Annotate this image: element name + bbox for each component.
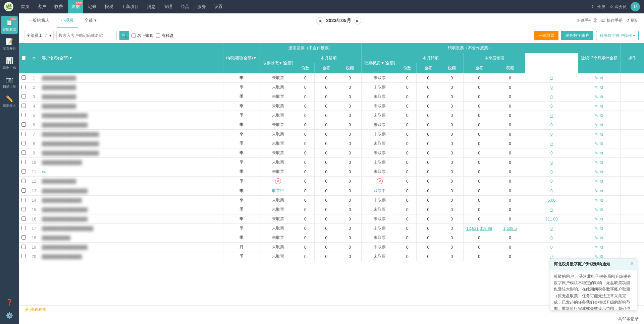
tab-general-taxpayer[interactable]: 一般纳税人 [24,13,54,28]
edit-icon[interactable]: ✎ [595,123,598,127]
next-month-btn[interactable]: ▶ [354,17,361,24]
sidebar-item-open-invoice[interactable]: 📝 发票开具 [1,35,18,53]
edit-icon[interactable]: ✎ [595,132,598,137]
nav-item-business[interactable]: 工商项目 [118,0,142,13]
nav-item-service[interactable]: 服务 [194,0,209,13]
copy-icon[interactable]: ⧉ [600,104,603,109]
cumulative-zero[interactable]: 0 [550,132,553,137]
edit-icon[interactable]: ✎ [595,160,598,165]
copy-icon[interactable]: ⧉ [600,132,603,137]
row-checkbox[interactable] [21,132,26,136]
nav-item-manage[interactable]: 管理 [160,0,176,13]
cumulative-zero[interactable]: 0 [550,170,553,174]
copy-icon[interactable]: ⧉ [600,179,603,184]
cumulative-zero[interactable]: 0 [550,123,553,127]
nav-item-message[interactable]: 消息 [144,0,159,13]
cumulative-zero[interactable]: 0 [550,151,553,155]
select-all-checkbox[interactable] [21,56,26,60]
q-amount-link[interactable]: 12,621,319.99 [466,226,492,231]
cumulative-zero[interactable]: 0 [550,226,553,231]
copy-icon[interactable]: ⧉ [600,123,603,127]
edit-icon[interactable]: ✎ [595,94,598,99]
edit-icon[interactable]: ✎ [595,141,598,146]
edit-icon[interactable]: ✎ [595,104,598,109]
nav-item-ticket[interactable]: 票据 new [68,0,83,13]
sidebar-item-summary[interactable]: 📊 票据汇总 [1,54,18,72]
manual-btn[interactable]: 📖 操作手册 [600,18,623,23]
row-checkbox[interactable] [21,113,26,117]
filter-taxpad-label[interactable]: 有税盘 [156,33,174,39]
copy-icon[interactable]: ⧉ [600,217,603,221]
nav-item-accounting[interactable]: 记账 [85,0,100,13]
filter-accounts-label[interactable]: 名下账套 [131,33,153,39]
refresh-btn[interactable]: ↺ 刷新 [626,18,639,23]
copy-icon[interactable]: ⧉ [600,76,603,80]
cumulative-zero[interactable]: 0 [550,236,553,240]
row-checkbox[interactable] [21,169,26,174]
row-checkbox[interactable] [21,216,26,221]
row-checkbox[interactable] [21,122,26,127]
th-out-status[interactable]: 取票状态▼(全部) [362,53,398,73]
quick-ticket-btn[interactable]: 一键取票 [534,31,558,40]
nav-item-home[interactable]: 首页 [17,0,33,13]
cumulative-zero[interactable]: 0 [550,113,553,118]
nav-item-customer[interactable]: 客户 [34,0,50,13]
employee-select[interactable]: 全部员工 ✓ ▾ [24,31,54,40]
copy-icon[interactable]: ⧉ [600,85,603,90]
row-checkbox[interactable] [21,94,26,99]
edit-icon[interactable]: ✎ [595,76,598,80]
row-checkbox[interactable] [21,188,26,193]
sidebar-item-entry[interactable]: ✏️ 票据录入 [1,92,18,110]
vip-btn[interactable]: ☆ 购会员 [609,4,627,10]
row-checkbox[interactable] [21,85,26,89]
th-tax-period[interactable]: 纳税期限(全部)▼ [223,43,260,73]
row-checkbox[interactable] [21,75,26,80]
copy-icon[interactable]: ⧉ [600,207,603,212]
edit-icon[interactable]: ✎ [595,226,598,231]
row-checkbox[interactable] [21,207,26,211]
nav-item-operation[interactable]: 经营 [177,0,193,13]
row-checkbox[interactable] [21,160,26,164]
cumulative-zero[interactable]: 0 [550,104,553,109]
edit-icon[interactable]: ✎ [595,189,598,193]
row-checkbox[interactable] [21,150,26,155]
digital-account-btn[interactable]: 税务数字账户 [561,31,593,40]
copy-icon[interactable]: ⧉ [600,113,603,118]
edit-icon[interactable]: ✎ [595,198,598,203]
cumulative-zero[interactable]: 0 [550,189,553,193]
q-tax-link[interactable]: 1,638.5 [503,226,517,231]
copy-icon[interactable]: ⧉ [600,160,603,165]
copy-icon[interactable]: ⧉ [600,189,603,193]
user-avatar[interactable]: U [631,2,640,11]
row-checkbox[interactable] [21,104,26,108]
cumulative-link[interactable]: 211.00 [545,217,558,221]
edit-icon[interactable]: ✎ [595,217,598,221]
edit-icon[interactable]: ✎ [595,85,598,90]
sidebar-item-smart-ticket[interactable]: new 📋 智能取票 [1,16,18,34]
edit-icon[interactable]: ✎ [595,245,598,250]
cumulative-zero[interactable]: 0 [550,207,553,212]
nav-item-tax[interactable]: 报税 [101,0,117,13]
nav-item-billing[interactable]: 收费 [51,0,66,13]
filter-taxpad-checkbox[interactable] [156,34,160,38]
nav-item-settings[interactable]: 设置 [211,0,226,13]
copy-icon[interactable]: ⧉ [600,245,603,250]
filter-accounts-checkbox[interactable] [131,34,136,38]
cumulative-zero[interactable]: 0 [550,179,553,184]
tab-small-scale[interactable]: 小规模 [57,13,78,28]
copy-icon[interactable]: ⧉ [600,94,603,99]
search-button[interactable]: 🔍 [119,31,129,40]
fullscreen-btn[interactable]: ⛶ 全屏 [592,4,605,10]
cumulative-zero[interactable]: 0 [550,85,553,90]
copy-icon[interactable]: ⧉ [600,151,603,155]
edit-icon[interactable]: ✎ [595,179,598,184]
edit-icon[interactable]: ✎ [595,207,598,212]
tab-all[interactable]: 全能 ▾ [80,13,101,28]
copy-icon[interactable]: ⧉ [600,141,603,146]
edit-icon[interactable]: ✎ [595,151,598,155]
sidebar-item-help[interactable]: ❓ [1,296,18,308]
customer-name-link[interactable]: ea [42,170,46,174]
th-in-status[interactable]: 取票状态▼(全部) [260,53,296,73]
cumulative-zero[interactable]: 0 [550,160,553,165]
sidebar-item-scan[interactable]: 📷 扫描上传 [1,73,18,91]
